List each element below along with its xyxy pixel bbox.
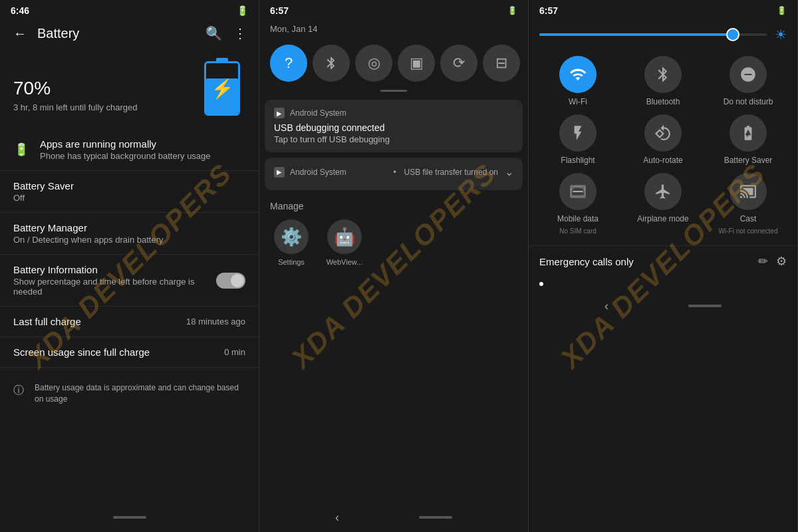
- tile-dnd[interactable]: ◎: [355, 45, 392, 82]
- battery-settings-panel: 6:46 🔋 ← Battery 🔍 ⋮ 70% 3 hr, 8 min lef…: [0, 0, 259, 532]
- back-button[interactable]: ←: [11, 24, 29, 43]
- autorotate-label: Auto-rotate: [643, 156, 682, 165]
- tile-bluetooth[interactable]: [313, 45, 350, 82]
- notif-detail-text: USB file transfer turned on: [404, 168, 499, 177]
- brightness-thumb: [726, 28, 739, 41]
- bolt-icon: ⚡: [211, 78, 234, 100]
- qs-tile-dnd[interactable]: Do not disturb: [710, 56, 787, 106]
- last-charge-label: Last full charge: [13, 316, 176, 327]
- tile-flashlight[interactable]: ▣: [398, 45, 435, 82]
- cast-sublabel: Wi-Fi not connected: [719, 227, 778, 235]
- back-arrow-2[interactable]: ‹: [335, 511, 339, 525]
- mobiledata-sublabel: No SIM card: [559, 227, 597, 235]
- battery-info-title: Battery Information: [13, 264, 205, 275]
- battery-manager-row[interactable]: Battery Manager On / Detecting when apps…: [0, 213, 259, 255]
- tile-unknown[interactable]: ?: [270, 45, 307, 82]
- airplane-icon: [644, 173, 682, 210]
- search-button[interactable]: 🔍: [205, 25, 221, 41]
- battery-time: 3 hr, 8 min left until fully charged: [13, 102, 188, 112]
- apps-icon: 🔋: [13, 142, 29, 158]
- manage-item-webview[interactable]: 🤖 WebView...: [323, 219, 366, 266]
- notif-header-2: ▶ Android System • USB file transfer tur…: [274, 166, 513, 178]
- screen-usage-label: Screen usage since full charge: [13, 346, 213, 358]
- manage-section: Manage ⚙️ Settings 🤖 WebView...: [259, 193, 528, 269]
- tile-rotate[interactable]: ⟳: [440, 45, 477, 82]
- flashlight-label: Flashlight: [561, 156, 595, 165]
- qs-grid: Wi-Fi Bluetooth Do not disturb: [529, 51, 797, 240]
- more-button[interactable]: ⋮: [232, 25, 248, 41]
- battery-info-row[interactable]: Battery Information Show percentage and …: [0, 255, 259, 307]
- battery-manager-title: Battery Manager: [13, 222, 245, 233]
- edit-icon[interactable]: ✏: [758, 254, 768, 269]
- wifi-label: Wi-Fi: [569, 97, 587, 106]
- time-1: 6:46: [11, 5, 29, 16]
- qs-tile-flashlight[interactable]: Flashlight: [539, 114, 616, 165]
- time-2: 6:57: [270, 5, 289, 16]
- notif-date: Mon, Jan 14: [259, 19, 528, 39]
- notif-app-icon-1: ▶: [274, 108, 285, 118]
- brightness-track[interactable]: [539, 33, 767, 36]
- apps-running-row[interactable]: 🔋 Apps are running normally Phone has ty…: [0, 129, 259, 171]
- home-pill-3[interactable]: [688, 305, 722, 307]
- battery-info-subtitle: Show percentage and time left before cha…: [13, 277, 205, 297]
- qs-tile-wifi[interactable]: Wi-Fi: [539, 56, 616, 106]
- autorotate-icon: [644, 114, 682, 152]
- webview-label: WebView...: [327, 258, 363, 266]
- back-arrow-3[interactable]: ‹: [604, 299, 608, 313]
- tile-battery[interactable]: ⊟: [483, 45, 520, 82]
- qs-tile-cast[interactable]: Cast Wi-Fi not connected: [710, 173, 787, 235]
- home-pill-1[interactable]: [113, 516, 146, 519]
- mobiledata-label: Mobile data: [557, 214, 598, 223]
- screen-usage-content: Screen usage since full charge: [13, 346, 213, 358]
- battery-saver-row[interactable]: Battery Saver Off: [0, 171, 259, 213]
- brightness-row: ☀: [529, 19, 797, 51]
- qs-tile-mobiledata[interactable]: Mobile data No SIM card: [539, 173, 616, 235]
- battery-icon: ⚡: [199, 59, 245, 118]
- settings-list: 🔋 Apps are running normally Phone has ty…: [0, 129, 259, 503]
- last-charge-value: 18 minutes ago: [186, 317, 245, 327]
- last-full-charge-row[interactable]: Last full charge 18 minutes ago: [0, 307, 259, 337]
- battery-text: 70% 3 hr, 8 min left until fully charged: [13, 65, 188, 112]
- battery-info-content: Battery Information Show percentage and …: [13, 264, 205, 297]
- settings-cog-icon[interactable]: ⚙: [776, 254, 787, 269]
- home-pill-2[interactable]: [419, 516, 452, 519]
- qs-tile-autorotate[interactable]: Auto-rotate: [624, 114, 702, 165]
- webview-app-icon: 🤖: [327, 219, 362, 254]
- battery-saver-value: Off: [13, 193, 245, 203]
- apps-content: Apps are running normally Phone has typi…: [40, 138, 245, 161]
- notif-detail: •: [393, 168, 396, 177]
- battery-status-icon: 🔋: [237, 5, 248, 16]
- screen-usage-row[interactable]: Screen usage since full charge 0 min: [0, 337, 259, 368]
- page-title: Battery: [37, 26, 198, 41]
- status-icons-3: 🔋: [777, 6, 787, 15]
- manage-title: Manage: [270, 201, 517, 211]
- battery-info-toggle[interactable]: [216, 273, 245, 289]
- dot-indicator: [539, 282, 543, 286]
- notif-chevron: ⌄: [505, 166, 513, 178]
- info-note-row: ⓘ Battery usage data is approximate and …: [0, 373, 259, 414]
- bluetooth-icon: [644, 56, 682, 93]
- battery-saver-content: Battery Saver Off: [13, 180, 245, 203]
- dnd-icon: [730, 56, 767, 93]
- battery-percent: 70%: [13, 65, 188, 100]
- qs-tile-bluetooth[interactable]: Bluetooth: [624, 56, 702, 106]
- manage-item-settings[interactable]: ⚙️ Settings: [270, 219, 313, 266]
- info-icon: ⓘ: [13, 384, 24, 398]
- time-3: 6:57: [539, 5, 558, 16]
- settings-label: Settings: [278, 258, 305, 266]
- emergency-text: Emergency calls only: [539, 256, 750, 267]
- cast-icon: [730, 173, 767, 210]
- info-text: Battery usage data is approximate and ca…: [35, 382, 245, 405]
- status-icons-1: 🔋: [237, 5, 248, 16]
- last-charge-content: Last full charge: [13, 316, 176, 327]
- notif-card-2[interactable]: ▶ Android System • USB file transfer tur…: [265, 158, 523, 190]
- quick-tiles-row: ? ◎ ▣ ⟳ ⊟: [259, 39, 528, 87]
- battery-icon-2: 🔋: [507, 6, 517, 15]
- qs-tile-airplane[interactable]: Airplane mode: [624, 173, 702, 235]
- settings-app-icon: ⚙️: [274, 219, 309, 254]
- mobiledata-icon: [559, 173, 597, 210]
- notif-card-1[interactable]: ▶ Android System USB debugging connected…: [265, 100, 523, 152]
- qs-tile-batterysaver[interactable]: Battery Saver: [710, 114, 787, 165]
- cast-label: Cast: [740, 214, 757, 223]
- status-bar-3: 6:57 🔋: [529, 0, 797, 19]
